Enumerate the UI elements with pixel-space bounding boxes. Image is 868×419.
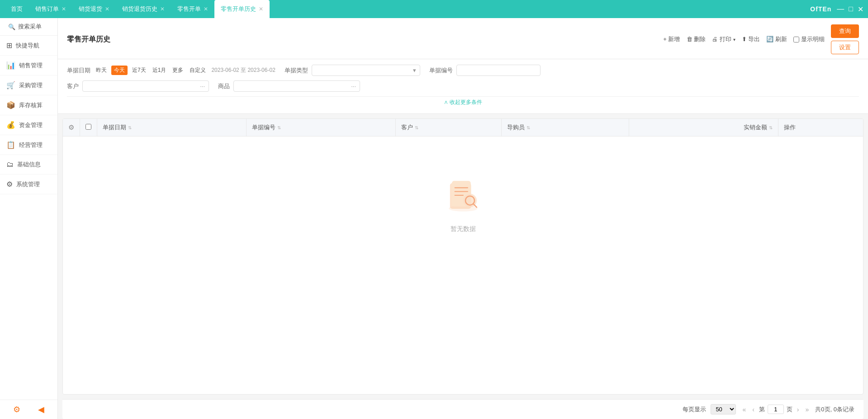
goods-label: 商品 — [218, 82, 230, 90]
date-label: 单据日期 — [67, 66, 90, 75]
table-gear-icon[interactable]: ⚙ — [68, 123, 74, 131]
per-page-select[interactable]: 50 10 20 100 — [711, 404, 736, 414]
prev-page-button[interactable]: ‹ — [750, 405, 756, 414]
empty-text: 暂无数据 — [451, 225, 476, 233]
filter-customer: 客户 ··· — [67, 80, 209, 92]
page-input[interactable] — [768, 405, 784, 414]
date-opt-more[interactable]: 更多 — [171, 66, 185, 75]
quicknav-icon: ⊞ — [6, 41, 12, 50]
last-page-button[interactable]: » — [804, 405, 811, 414]
filter-row-1: 单据日期 昨天 今天 近7天 近1月 更多 自定义 2023-06-02 至 2… — [67, 65, 859, 76]
filter-date: 单据日期 昨天 今天 近7天 近1月 更多 自定义 2023-06-02 至 2… — [67, 66, 275, 75]
tab-close-retail-order[interactable]: ✕ — [204, 6, 208, 12]
table-checkbox-col — [80, 119, 97, 137]
sort-guide-icon[interactable]: ⇅ — [526, 125, 530, 130]
sort-date-icon[interactable]: ⇅ — [128, 125, 132, 130]
customer-select[interactable]: ··· — [82, 80, 209, 92]
date-opt-custom[interactable]: 自定义 — [188, 66, 208, 75]
col-action: 操作 — [778, 119, 863, 137]
goods-dots: ··· — [351, 83, 356, 89]
content-area: 零售开单历史 + 新增 🗑 删除 🖨 打印 ▾ ⬆ 导出 🔄 刷新 — [58, 18, 868, 419]
bill-type-select[interactable]: ▾ — [312, 65, 420, 76]
tab-retail-order[interactable]: 零售开单 ✕ — [171, 0, 214, 18]
date-opt-yesterday[interactable]: 昨天 — [94, 66, 109, 75]
tab-home[interactable]: 首页 — [5, 0, 29, 18]
toolbar: + 新增 🗑 删除 🖨 打印 ▾ ⬆ 导出 🔄 刷新 显示明细 — [663, 24, 859, 54]
add-button[interactable]: + 新增 — [663, 35, 680, 43]
sidebar-item-system[interactable]: ⚙ 系统管理 — [0, 174, 57, 194]
goods-select[interactable]: ··· — [233, 80, 360, 92]
search-icon: 🔍 — [8, 24, 15, 30]
display-detail-checkbox[interactable]: 显示明细 — [793, 35, 825, 43]
sort-customer-icon[interactable]: ⇅ — [415, 125, 418, 130]
sort-billno-icon[interactable]: ⇅ — [277, 125, 281, 130]
per-page-label: 每页显示 — [683, 405, 706, 414]
page-title: 零售开单历史 — [67, 35, 110, 44]
delete-button[interactable]: 🗑 删除 — [687, 35, 706, 43]
print-button[interactable]: 🖨 打印 ▾ — [712, 35, 735, 43]
col-amount: 实销金额 ⇅ — [629, 119, 778, 137]
page-header: 零售开单历史 + 新增 🗑 删除 🖨 打印 ▾ ⬆ 导出 🔄 刷新 — [58, 18, 868, 59]
refresh-button[interactable]: 🔄 刷新 — [766, 35, 787, 43]
table-settings-col: ⚙ — [63, 119, 80, 137]
sidebar-item-quicknav[interactable]: ⊞ 快捷导航 — [0, 36, 57, 56]
empty-state: 暂无数据 — [63, 137, 863, 269]
close-icon[interactable]: ✕ — [858, 5, 863, 14]
toolbar-buttons: 查询 设置 — [831, 24, 859, 54]
sort-amount-icon[interactable]: ⇅ — [769, 125, 773, 130]
export-button[interactable]: ⬆ 导出 — [742, 35, 760, 43]
display-detail-input[interactable] — [793, 37, 799, 42]
sidebar-footer: ⚙ ◀ — [0, 400, 57, 419]
date-opt-today[interactable]: 今天 — [111, 66, 128, 75]
col-date: 单据日期 ⇅ — [97, 119, 247, 137]
sidebar-item-sales[interactable]: 📊 销售管理 — [0, 56, 57, 75]
tab-sales-return-history[interactable]: 销货退货历史 ✕ — [116, 0, 171, 18]
filter-bill-type: 单据类型 ▾ — [285, 65, 420, 76]
filter-bill-no: 单据编号 — [429, 65, 541, 76]
purchase-icon: 🛒 — [6, 81, 15, 89]
footer-settings-icon[interactable]: ⚙ — [13, 405, 20, 414]
total-info: 共0页, 0条记录 — [815, 405, 854, 414]
top-bar: 首页 销售订单 ✕ 销货退货 ✕ 销货退货历史 ✕ 零售开单 ✕ 零售开单历史 … — [0, 0, 868, 18]
print-arrow-icon: ▾ — [733, 37, 735, 42]
sidebar-search[interactable]: 🔍 搜索采单 — [0, 18, 57, 36]
system-icon: ⚙ — [6, 180, 13, 188]
select-all-checkbox[interactable] — [85, 124, 91, 130]
maximize-icon[interactable]: □ — [849, 5, 853, 14]
tab-sales-order[interactable]: 销售订单 ✕ — [29, 0, 72, 18]
bill-type-dropdown-icon: ▾ — [413, 67, 416, 74]
finance-icon: 💰 — [6, 121, 15, 129]
tab-close-sales-return-history[interactable]: ✕ — [160, 6, 165, 12]
sales-icon: 📊 — [6, 61, 15, 70]
filter-area: 单据日期 昨天 今天 近7天 近1月 更多 自定义 2023-06-02 至 2… — [58, 59, 868, 114]
query-button[interactable]: 查询 — [831, 24, 859, 38]
tab-close-sales-order[interactable]: ✕ — [62, 6, 66, 12]
sidebar-item-basic-info[interactable]: 🗂 基础信息 — [0, 155, 57, 174]
sidebar-item-operations[interactable]: 📋 经营管理 — [0, 135, 57, 155]
tab-close-sales-return[interactable]: ✕ — [105, 6, 109, 12]
date-opt-1month[interactable]: 近1月 — [151, 66, 168, 75]
footer-collapse-icon[interactable]: ◀ — [38, 405, 44, 414]
main-layout: 🔍 搜索采单 ⊞ 快捷导航 📊 销售管理 🛒 采购管理 📦 库存核算 💰 资金管… — [0, 18, 868, 419]
bill-no-input[interactable] — [456, 65, 541, 76]
bill-type-label: 单据类型 — [285, 66, 308, 75]
minimize-icon[interactable]: — — [837, 5, 844, 14]
sidebar: 🔍 搜索采单 ⊞ 快捷导航 📊 销售管理 🛒 采购管理 📦 库存核算 💰 资金管… — [0, 18, 58, 419]
filter-goods: 商品 ··· — [218, 80, 360, 92]
sidebar-item-finance[interactable]: 💰 资金管理 — [0, 115, 57, 135]
tab-sales-return[interactable]: 销货退货 ✕ — [72, 0, 116, 18]
settings-button[interactable]: 设置 — [831, 41, 859, 54]
collapse-bar[interactable]: ∧ 收起更多条件 — [67, 96, 859, 108]
sidebar-item-inventory[interactable]: 📦 库存核算 — [0, 95, 57, 115]
tab-close-retail-order-history[interactable]: ✕ — [259, 6, 263, 12]
next-page-button[interactable]: › — [795, 405, 801, 414]
sidebar-item-purchase[interactable]: 🛒 采购管理 — [0, 75, 57, 95]
first-page-button[interactable]: « — [740, 405, 748, 414]
page-label: 第 — [759, 405, 765, 414]
inventory-icon: 📦 — [6, 101, 15, 109]
date-opt-7days[interactable]: 近7天 — [130, 66, 148, 75]
pagination: 每页显示 50 10 20 100 « ‹ 第 页 › » 共0页, 0条记录 — [62, 399, 863, 419]
tab-retail-order-history[interactable]: 零售开单历史 ✕ — [214, 0, 270, 18]
customer-label: 客户 — [67, 82, 79, 90]
col-customer: 客户 ⇅ — [396, 119, 502, 137]
